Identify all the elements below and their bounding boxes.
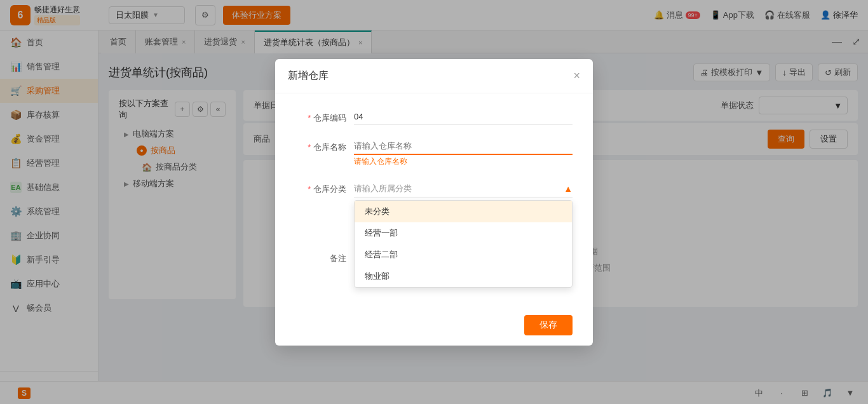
form-row-category: 仓库分类 请输入所属分类 ▲ 未分类 经营一部 [295,180,573,198]
warehouse-name-error: 请输入仓库名称 [354,156,573,167]
category-dropdown: 未分类 经营一部 经营二部 物业部 [354,200,573,288]
warehouse-category-label: 仓库分类 [295,180,346,195]
modal-header: 新增仓库 × [275,59,593,93]
dropdown-item-dept1[interactable]: 经营一部 [355,222,572,244]
modal-body: 仓库编码 仓库名称 请输入仓库名称 仓库分类 [275,93,593,305]
warehouse-code-control [354,109,573,125]
form-row-name: 仓库名称 请输入仓库名称 [295,138,573,167]
warehouse-name-control: 请输入仓库名称 [354,138,573,167]
modal-close-button[interactable]: × [573,69,580,83]
modal-overlay[interactable]: 新增仓库 × 仓库编码 仓库名称 请输入仓库名称 [0,0,868,404]
category-up-arrow: ▲ [564,184,573,194]
modal-title: 新增仓库 [288,69,329,83]
warehouse-category-control: 请输入所属分类 ▲ 未分类 经营一部 经营二部 [354,180,573,198]
warehouse-name-input[interactable] [354,138,573,155]
dropdown-item-dept2[interactable]: 经营二部 [355,244,572,266]
category-placeholder: 请输入所属分类 [354,183,412,194]
warehouse-code-input[interactable] [354,109,573,125]
warehouse-name-label: 仓库名称 [295,138,346,153]
form-row-code: 仓库编码 [295,109,573,125]
warehouse-code-label: 仓库编码 [295,109,346,124]
modal-footer: 保存 [275,305,593,346]
dropdown-item-none[interactable]: 未分类 [355,201,572,222]
new-warehouse-modal: 新增仓库 × 仓库编码 仓库名称 请输入仓库名称 [275,59,593,346]
save-button[interactable]: 保存 [524,315,573,335]
dropdown-item-dept3[interactable]: 物业部 [355,266,572,287]
remark-label: 备注 [295,249,346,264]
warehouse-category-select[interactable]: 请输入所属分类 ▲ [354,180,573,198]
